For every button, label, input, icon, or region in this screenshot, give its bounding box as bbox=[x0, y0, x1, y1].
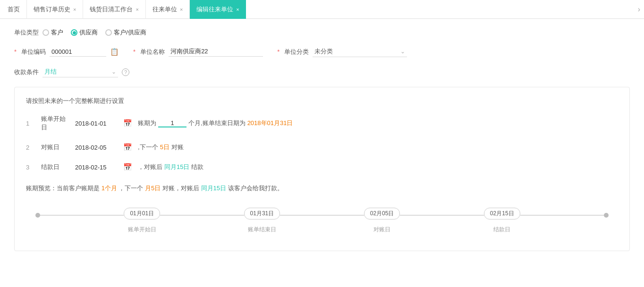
unit-code-label: 单位编码 bbox=[21, 48, 46, 56]
preview-part2: 月5日 bbox=[145, 185, 161, 192]
tab-partner-units-close[interactable]: × bbox=[180, 7, 183, 12]
row-3-date: 2018-02-15 bbox=[75, 164, 118, 171]
radio-supplier[interactable]: 供应商 bbox=[71, 28, 98, 37]
tab-edit-partner-close[interactable]: × bbox=[236, 7, 239, 12]
unit-type-label: 单位类型 bbox=[14, 28, 39, 37]
preview-sep1: ，下一个 bbox=[119, 185, 143, 192]
tab-sales-history[interactable]: 销售订单历史 × bbox=[27, 0, 83, 19]
unit-name-field: * 单位名称 bbox=[133, 47, 263, 57]
unit-name-input[interactable] bbox=[169, 47, 263, 57]
timeline-node-1: 01月01日 账单开始日 bbox=[124, 208, 160, 222]
timeline-line-2 bbox=[160, 215, 244, 216]
radio-both-circle bbox=[105, 29, 112, 36]
tab-sales-history-close[interactable]: × bbox=[73, 7, 76, 12]
unit-code-star: * bbox=[14, 48, 17, 55]
preview-text: 账期预览：当前客户账期是 1个月 ，下一个 月5日 对账，对账后 同月15日 该… bbox=[26, 183, 618, 194]
row-2-label: 对账日 bbox=[41, 143, 69, 152]
timeline-container: 01月01日 账单开始日 01月31日 账单结束日 02月05日 对账日 bbox=[26, 203, 618, 241]
timeline-label-4: 结款日 bbox=[493, 226, 510, 234]
unit-category-star: * bbox=[277, 48, 280, 55]
timeline: 01月01日 账单开始日 01月31日 账单结束日 02月05日 对账日 bbox=[26, 208, 618, 222]
tab-cash-work-label: 钱货日清工作台 bbox=[90, 5, 133, 14]
row-3-desc: ，对账后 同月15日 结款 bbox=[138, 163, 203, 171]
tab-cash-work-close[interactable]: × bbox=[136, 7, 138, 12]
row-3-prefix: ，对账后 bbox=[138, 163, 162, 171]
payment-arrow: ⌄ bbox=[111, 68, 116, 75]
unit-code-input[interactable] bbox=[50, 47, 106, 57]
tab-edit-partner[interactable]: 编辑往来单位 × bbox=[190, 0, 246, 19]
page-content: 单位类型 客户 供应商 客户/供应商 * 单位编码 bbox=[0, 19, 644, 287]
preview-prefix: 账期预览：当前客户账期是 bbox=[26, 185, 100, 192]
timeline-node-4: 02月15日 结款日 bbox=[484, 208, 520, 222]
row-3-suffix: 结款 bbox=[191, 163, 203, 171]
timeline-box-1: 01月01日 bbox=[124, 208, 160, 219]
row-2-prefix: ,下一个 bbox=[138, 143, 158, 152]
payment-help-icon[interactable]: ? bbox=[122, 68, 129, 76]
row-3-highlight: 同月15日 bbox=[164, 163, 189, 171]
timeline-line-3 bbox=[280, 215, 364, 216]
card-instruction: 请按照未来的一个完整帐期进行设置 bbox=[26, 97, 618, 105]
timeline-start-dot bbox=[35, 213, 40, 218]
row-2-calendar[interactable]: 📅 bbox=[123, 143, 132, 152]
tabs-bar: 首页 销售订单历史 × 钱货日清工作台 × 往来单位 × 编辑往来单位 × › bbox=[0, 0, 644, 19]
radio-group-unit-type: 客户 供应商 客户/供应商 bbox=[42, 28, 146, 37]
row-1-calendar[interactable]: 📅 bbox=[123, 119, 132, 127]
row-1-label: 账单开始日 bbox=[41, 115, 69, 132]
timeline-node-3: 02月05日 对账日 bbox=[364, 208, 400, 222]
preview-part1: 1个月 bbox=[102, 185, 117, 192]
timeline-label-3: 对账日 bbox=[373, 226, 390, 234]
preview-sep2: 对账，对账后 bbox=[162, 185, 199, 192]
preview-suffix: 该客户会给我打款。 bbox=[228, 185, 283, 192]
timeline-label-1: 账单开始日 bbox=[128, 226, 156, 234]
payment-value: 月结 bbox=[44, 68, 110, 76]
timeline-box-3: 02月05日 bbox=[364, 208, 400, 219]
row-2-suffix: 对账 bbox=[171, 143, 184, 152]
tab-partner-units[interactable]: 往来单位 × bbox=[146, 0, 190, 19]
row-3-label: 结款日 bbox=[41, 163, 69, 171]
tab-home-label: 首页 bbox=[8, 5, 20, 14]
unit-name-star: * bbox=[133, 48, 136, 55]
radio-supplier-circle bbox=[71, 29, 77, 36]
unit-category-dropdown[interactable]: 未分类 ⌄ bbox=[313, 46, 407, 57]
timeline-node-2: 01月31日 账单结束日 bbox=[244, 208, 280, 222]
row-1-desc: 账期为 个月,账单结束日期为 2018年01月31日 bbox=[138, 119, 293, 127]
radio-customer-circle bbox=[42, 29, 49, 36]
row-1-desc-suffix: 个月,账单结束日期为 bbox=[188, 119, 246, 127]
timeline-line-1 bbox=[40, 215, 124, 216]
radio-both-label: 客户/供应商 bbox=[114, 28, 146, 37]
tab-partner-units-label: 往来单位 bbox=[153, 5, 177, 14]
tabs-expand-icon[interactable]: › bbox=[638, 5, 640, 14]
row-2-desc: ,下一个 5日 对账 bbox=[138, 143, 184, 152]
payment-row: 收款条件 月结 ⌄ ? bbox=[14, 67, 630, 77]
row-1-number: 1 bbox=[26, 120, 35, 127]
timeline-box-2: 01月31日 bbox=[244, 208, 280, 219]
period-input[interactable] bbox=[158, 119, 186, 127]
timeline-box-4: 02月15日 bbox=[484, 208, 520, 219]
row-2-date: 2018-02-05 bbox=[75, 144, 118, 151]
row-1-desc-prefix: 账期为 bbox=[138, 119, 156, 127]
row-3-number: 3 bbox=[26, 164, 35, 171]
unit-category-label: 单位分类 bbox=[284, 48, 309, 56]
row-3-calendar[interactable]: 📅 bbox=[123, 163, 132, 171]
radio-customer-label: 客户 bbox=[51, 28, 63, 37]
tab-home[interactable]: 首页 bbox=[4, 0, 27, 19]
unit-category-value: 未分类 bbox=[314, 47, 400, 56]
tab-cash-work[interactable]: 钱货日清工作台 × bbox=[83, 0, 145, 19]
row-2-number: 2 bbox=[26, 144, 35, 151]
unit-type-field: 单位类型 客户 供应商 客户/供应商 bbox=[14, 28, 146, 37]
preview-part3: 同月15日 bbox=[201, 185, 226, 192]
unit-code-copy-icon[interactable]: 📋 bbox=[110, 48, 119, 56]
row-2-highlight: 5日 bbox=[160, 143, 169, 152]
timeline-line-4 bbox=[400, 215, 483, 216]
row-1-date: 2018-01-01 bbox=[75, 120, 118, 127]
setting-row-1: 1 账单开始日 2018-01-01 📅 账期为 个月,账单结束日期为 2018… bbox=[26, 115, 618, 132]
setting-row-2: 2 对账日 2018-02-05 📅 ,下一个 5日 对账 bbox=[26, 143, 618, 152]
unit-type-row: 单位类型 客户 供应商 客户/供应商 bbox=[14, 28, 630, 37]
tab-edit-partner-label: 编辑往来单位 bbox=[196, 5, 233, 14]
payment-label: 收款条件 bbox=[14, 68, 39, 76]
payment-dropdown[interactable]: 月结 ⌄ bbox=[42, 67, 118, 77]
radio-customer[interactable]: 客户 bbox=[42, 28, 63, 37]
setting-row-3: 3 结款日 2018-02-15 📅 ，对账后 同月15日 结款 bbox=[26, 163, 618, 171]
radio-both[interactable]: 客户/供应商 bbox=[105, 28, 146, 37]
unit-category-field: * 单位分类 未分类 ⌄ bbox=[277, 46, 407, 57]
